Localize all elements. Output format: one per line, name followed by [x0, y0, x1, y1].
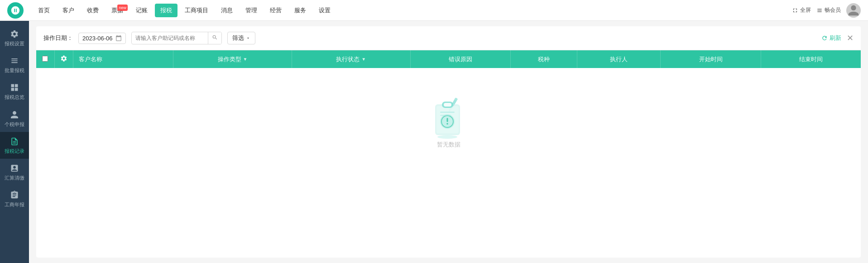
nav-item-收费[interactable]: 收费 [82, 4, 104, 17]
date-picker[interactable]: 2023-06-06 [78, 33, 126, 44]
sidebar-label-报税记录: 报税记录 [5, 148, 24, 154]
calculate-icon [10, 163, 19, 173]
settings-icon [10, 29, 19, 39]
sidebar-item-个税申报[interactable]: 个税申报 [0, 105, 29, 132]
svg-rect-6 [444, 103, 451, 107]
main-layout: 报税设置批量报税报税总览个税申报报税记录汇算清缴工商年报 操作日期： 2023-… [0, 21, 868, 263]
sidebar: 报税设置批量报税报税总览个税申报报税记录汇算清缴工商年报 [0, 21, 29, 263]
table-container: 客户名称 操作类型 ▼ 执行状 [36, 50, 861, 258]
refresh-button[interactable]: 刷新 [821, 34, 841, 42]
overview-icon [10, 83, 19, 93]
svg-rect-11 [440, 112, 455, 113]
svg-rect-9 [446, 118, 448, 122]
sidebar-item-批量报税[interactable]: 批量报税 [0, 51, 29, 78]
search-input[interactable] [132, 33, 208, 44]
empty-illustration [428, 95, 469, 141]
empty-state-row: 暂无数据 [36, 68, 861, 176]
sidebar-label-汇算清缴: 汇算清缴 [5, 175, 24, 181]
sidebar-item-报税记录[interactable]: 报税记录 [0, 132, 29, 159]
member-label: 畅会员 [825, 6, 841, 14]
nav-item-报税[interactable]: 报税 [155, 4, 177, 17]
client-name-header: 客户名称 [73, 50, 173, 68]
nav-item-消息[interactable]: 消息 [216, 4, 238, 17]
svg-rect-12 [440, 115, 451, 116]
nav-item-工商项目[interactable]: 工商项目 [179, 4, 214, 17]
error-reason-label: 错误原因 [449, 56, 472, 63]
person-icon [10, 110, 19, 120]
op-type-filter-icon: ▼ [243, 57, 248, 62]
fullscreen-label: 全屏 [800, 6, 811, 14]
sidebar-item-报税总览[interactable]: 报税总览 [0, 78, 29, 105]
user-avatar[interactable] [846, 3, 861, 18]
nav-item-客户[interactable]: 客户 [57, 4, 80, 17]
end-time-header: 结束时间 [761, 50, 861, 68]
filter-label: 筛选 [232, 34, 244, 42]
select-all-checkbox[interactable] [42, 56, 48, 62]
sidebar-item-报税设置[interactable]: 报税设置 [0, 24, 29, 51]
nav-item-记账[interactable]: 记账 [130, 4, 153, 17]
member-button[interactable]: 畅会员 [816, 6, 841, 14]
op-type-header[interactable]: 操作类型 ▼ [173, 50, 292, 68]
nav-item-经营[interactable]: 经营 [264, 4, 287, 17]
nav-menu: 首页客户收费票据new记账报税工商项目消息管理经营服务设置 [33, 4, 792, 17]
tax-type-label: 税种 [538, 56, 550, 63]
empty-state: 暂无数据 [36, 68, 861, 176]
start-time-header: 开始时间 [661, 50, 761, 68]
svg-point-13 [437, 135, 457, 139]
nav-badge-票据: new [117, 5, 128, 11]
nav-item-管理[interactable]: 管理 [240, 4, 263, 17]
search-button[interactable] [208, 32, 221, 44]
sidebar-item-汇算清缴[interactable]: 汇算清缴 [0, 159, 29, 185]
settings-header[interactable] [54, 50, 73, 68]
filter-button[interactable]: 筛选 [227, 32, 255, 44]
toolbar-right: 刷新 ✕ [821, 33, 854, 43]
nav-item-服务[interactable]: 服务 [289, 4, 312, 17]
nav-item-设置[interactable]: 设置 [313, 4, 336, 17]
batch-icon [10, 56, 19, 66]
refresh-label: 刷新 [830, 34, 841, 42]
fullscreen-button[interactable]: 全屏 [792, 6, 811, 14]
top-navigation: 首页客户收费票据new记账报税工商项目消息管理经营服务设置 全屏 畅会员 [0, 0, 868, 21]
nav-item-首页[interactable]: 首页 [33, 4, 55, 17]
svg-point-10 [446, 123, 448, 125]
sidebar-label-报税设置: 报税设置 [5, 41, 24, 47]
date-value: 2023-06-06 [82, 35, 113, 42]
annual-icon [10, 190, 19, 200]
sidebar-label-批量报税: 批量报税 [5, 68, 24, 73]
exec-status-filter-icon: ▼ [361, 57, 366, 62]
client-name-label: 客户名称 [79, 56, 102, 63]
start-time-label: 开始时间 [699, 56, 723, 63]
table-header-row: 客户名称 操作类型 ▼ 执行状 [36, 50, 861, 68]
sidebar-item-工商年报[interactable]: 工商年报 [0, 185, 29, 212]
record-icon [10, 136, 19, 146]
content-area: 操作日期： 2023-06-06 筛选 [29, 21, 868, 263]
data-table: 客户名称 操作类型 ▼ 执行状 [36, 50, 861, 176]
tax-type-header: 税种 [511, 50, 577, 68]
sidebar-label-个税申报: 个税申报 [5, 122, 24, 127]
exec-status-header[interactable]: 执行状态 ▼ [292, 50, 410, 68]
search-box [131, 32, 222, 44]
content-panel: 操作日期： 2023-06-06 筛选 [36, 26, 861, 258]
executor-label: 执行人 [610, 56, 628, 63]
exec-status-label: 执行状态 [336, 55, 360, 63]
nav-item-票据[interactable]: 票据new [106, 4, 129, 17]
toolbar: 操作日期： 2023-06-06 筛选 [36, 26, 861, 50]
end-time-label: 结束时间 [799, 56, 823, 63]
sidebar-label-报税总览: 报税总览 [5, 94, 24, 100]
executor-header: 执行人 [577, 50, 661, 68]
main-content: 操作日期： 2023-06-06 筛选 [29, 21, 868, 263]
nav-right-area: 全屏 畅会员 [792, 3, 861, 18]
date-label: 操作日期： [43, 34, 73, 42]
op-type-label: 操作类型 [218, 55, 241, 63]
empty-text: 暂无数据 [437, 141, 460, 149]
sidebar-label-工商年报: 工商年报 [5, 202, 24, 208]
select-all-header [36, 50, 54, 68]
error-reason-header: 错误原因 [410, 50, 511, 68]
app-logo[interactable] [7, 2, 24, 19]
close-button[interactable]: ✕ [847, 33, 854, 43]
